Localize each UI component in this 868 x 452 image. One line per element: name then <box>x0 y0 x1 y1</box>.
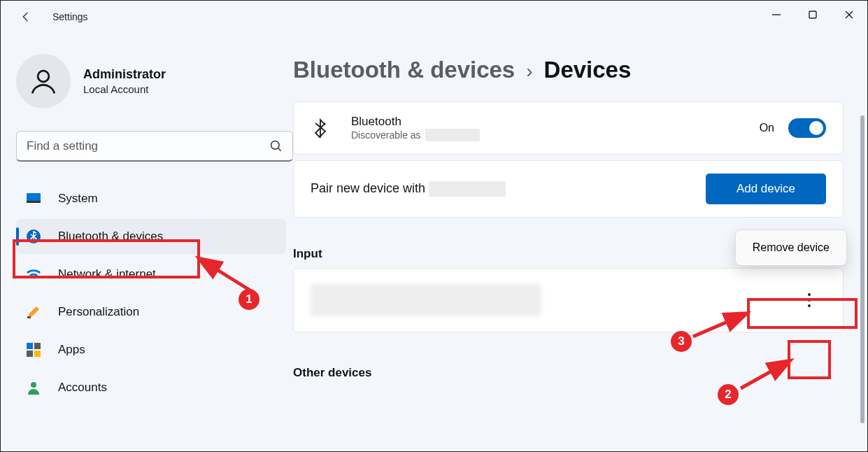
add-device-button[interactable]: Add device <box>706 174 826 204</box>
sidebar-item-label: Bluetooth & devices <box>58 229 163 243</box>
remove-device-item[interactable]: Remove device <box>741 236 841 260</box>
chevron-right-icon: › <box>526 60 532 83</box>
svg-line-6 <box>278 148 281 151</box>
bluetooth-card: Bluetooth Discoverable as On <box>293 101 844 155</box>
section-other: Other devices <box>293 366 844 380</box>
personalization-icon <box>26 304 41 320</box>
pair-label: Pair new device with <box>311 181 506 197</box>
svg-rect-13 <box>27 351 33 357</box>
more-vertical-icon <box>808 293 811 307</box>
window-controls <box>758 1 867 29</box>
scrollbar[interactable] <box>860 115 865 423</box>
sidebar: Administrator Local Account System Bluet… <box>1 33 293 451</box>
user-block[interactable]: Administrator Local Account <box>16 54 286 108</box>
maximize-button[interactable] <box>795 1 831 29</box>
bluetooth-icon <box>311 118 330 138</box>
breadcrumb-current: Devices <box>544 57 632 83</box>
bluetooth-toggle[interactable] <box>788 118 826 138</box>
apps-icon <box>26 342 41 358</box>
back-button[interactable] <box>16 7 36 27</box>
close-button[interactable] <box>831 1 867 29</box>
more-button[interactable] <box>792 285 826 316</box>
user-sub: Local Account <box>83 83 166 95</box>
sidebar-item-label: System <box>58 192 98 206</box>
breadcrumb: Bluetooth & devices › Devices <box>293 57 844 83</box>
search-icon <box>269 139 283 153</box>
svg-rect-8 <box>27 201 41 203</box>
svg-rect-14 <box>34 351 41 357</box>
svg-rect-10 <box>27 316 31 318</box>
svg-point-5 <box>271 141 280 150</box>
search-input[interactable] <box>16 131 293 162</box>
wifi-icon <box>26 267 41 282</box>
device-card: Remove device <box>293 268 844 332</box>
sidebar-item-personalization[interactable]: Personalization <box>16 295 286 330</box>
svg-rect-12 <box>34 343 41 349</box>
nav-list: System Bluetooth & devices Network & int… <box>16 181 286 405</box>
sidebar-item-system[interactable]: System <box>16 181 286 216</box>
bluetooth-state: On <box>760 122 774 134</box>
svg-point-4 <box>38 71 49 82</box>
sidebar-item-label: Personalization <box>58 305 139 319</box>
redacted-device <box>311 284 541 316</box>
sidebar-item-accounts[interactable]: Accounts <box>16 370 286 405</box>
search-wrap <box>16 131 293 162</box>
bluetooth-subtitle: Discoverable as <box>351 129 480 141</box>
sidebar-item-bluetooth[interactable]: Bluetooth & devices <box>16 219 286 254</box>
content: Bluetooth & devices › Devices Bluetooth … <box>293 33 867 451</box>
bluetooth-icon <box>26 229 41 244</box>
breadcrumb-parent[interactable]: Bluetooth & devices <box>293 57 515 83</box>
sidebar-item-apps[interactable]: Apps <box>16 332 286 367</box>
redacted-name <box>425 129 480 141</box>
avatar <box>16 54 71 108</box>
sidebar-item-network[interactable]: Network & internet <box>16 257 286 292</box>
svg-rect-1 <box>809 11 816 18</box>
svg-point-15 <box>31 382 36 388</box>
pair-card: Pair new device with Add device <box>293 160 844 218</box>
user-name: Administrator <box>83 67 166 82</box>
svg-rect-11 <box>27 343 33 349</box>
redacted-name <box>429 181 506 197</box>
sidebar-item-label: Network & internet <box>58 267 156 281</box>
bluetooth-title: Bluetooth <box>351 115 480 129</box>
accounts-icon <box>26 380 41 395</box>
titlebar: Settings <box>1 1 867 33</box>
app-title: Settings <box>52 11 88 22</box>
system-icon <box>26 191 41 206</box>
minimize-button[interactable] <box>758 1 795 29</box>
sidebar-item-label: Apps <box>58 343 85 357</box>
sidebar-item-label: Accounts <box>58 381 107 395</box>
context-menu: Remove device <box>735 229 847 266</box>
